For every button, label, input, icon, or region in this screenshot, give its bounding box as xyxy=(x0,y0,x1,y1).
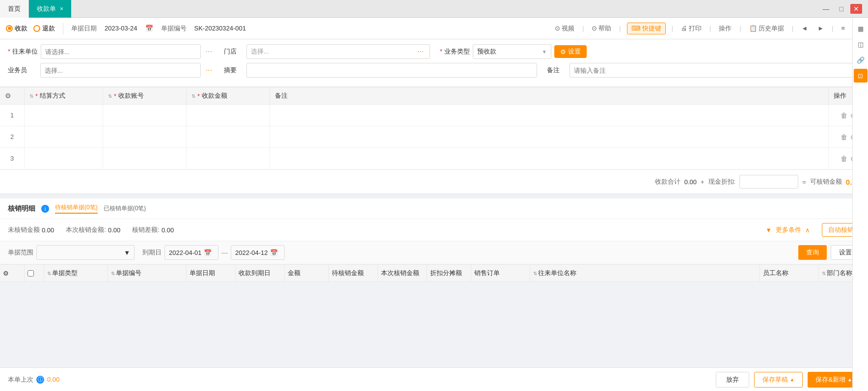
counterparty-more-btn[interactable]: ··· xyxy=(204,47,214,56)
nav-next-btn[interactable]: ► xyxy=(815,24,826,33)
divider-1 xyxy=(63,23,63,34)
bottom-table-header: ⚙ ⇅ 单据类型 ⇅ 单据编号 单据日期 收款到期日 金额 待核销金额 本次核销… xyxy=(0,264,868,282)
tab-pending[interactable]: 待核销单据(0笔) xyxy=(55,203,98,214)
counterparty-field: * 往来单位 ··· xyxy=(8,44,214,59)
video-btn[interactable]: ⊙ 视频 xyxy=(553,23,576,34)
operation-btn[interactable]: 操作 xyxy=(717,23,733,34)
row-2-amount[interactable] xyxy=(187,126,270,147)
top-toolbar: 收款 退款 单据日期 2023-03-24 📅 单据编号 SK-20230324… xyxy=(0,18,868,39)
radio-refund[interactable]: 退款 xyxy=(33,24,55,33)
date-value: 2023-03-24 xyxy=(105,25,137,32)
delete-icon-1[interactable]: 🗑 xyxy=(841,112,847,119)
table-row: 2 🗑 ⊕ xyxy=(0,126,868,148)
footer-label: 本单上次 xyxy=(8,375,33,384)
salesperson-field: 业务员 ··· xyxy=(8,63,214,78)
maximize-button[interactable]: □ xyxy=(837,4,846,14)
bth-date: 单据日期 xyxy=(187,265,236,281)
note-input[interactable] xyxy=(570,63,860,78)
sidebar-icon-3[interactable]: 🔗 xyxy=(854,53,868,67)
save-draft-btn[interactable]: 保存草稿 ▲ xyxy=(754,372,803,388)
summary-input[interactable] xyxy=(246,63,537,78)
row-3-amount[interactable] xyxy=(187,148,270,169)
chevron-up-icon: ∧ xyxy=(805,226,810,234)
chevron-up-icon-2: ▲ xyxy=(847,377,852,382)
salesperson-more-btn[interactable]: ··· xyxy=(204,66,214,75)
row-2-settlement[interactable] xyxy=(25,126,103,147)
footer-info-icon[interactable]: ⓘ xyxy=(36,376,44,384)
salesperson-input[interactable] xyxy=(40,63,201,78)
range-select[interactable]: ▼ xyxy=(36,245,135,260)
tab-active-label: 收款单 xyxy=(37,4,56,13)
minimize-button[interactable]: — xyxy=(820,4,833,14)
form-settings-btn[interactable]: ⚙ 设置 xyxy=(554,45,587,58)
sidebar-icon-1[interactable]: ▦ xyxy=(854,22,868,35)
range-field: 单据范围 ▼ xyxy=(8,245,135,260)
discount-input[interactable] xyxy=(739,175,798,189)
row-3-account[interactable] xyxy=(103,148,187,169)
calendar-icon-1: 📅 xyxy=(204,249,212,256)
current-stat: 本次核销金额: 0.00 xyxy=(66,225,120,234)
layout-btn[interactable]: ≡ xyxy=(839,24,847,33)
number-value: SK-20230324-001 xyxy=(194,25,246,32)
abandon-btn[interactable]: 放弃 xyxy=(716,372,749,388)
sidebar-icon-4[interactable]: ⊡ xyxy=(854,69,868,83)
calendar-icon-2: 📅 xyxy=(270,249,278,256)
unverified-label: 未核销金额 xyxy=(8,225,40,234)
business-type-field: * 业务类型 预收款 ▼ ⚙ 设置 xyxy=(440,44,587,59)
query-btn[interactable]: 查询 xyxy=(798,245,827,260)
bth-employee: 员工名称 xyxy=(760,265,819,281)
history-icon: 📋 xyxy=(749,25,757,32)
select-all-checkbox[interactable] xyxy=(27,270,34,277)
salesperson-label: 业务员 xyxy=(8,66,37,75)
bth-gear[interactable]: ⚙ xyxy=(0,265,25,281)
radio-receive[interactable]: 收款 xyxy=(6,24,27,33)
help-btn[interactable]: ⊙ 帮助 xyxy=(590,23,613,34)
print-btn[interactable]: 🖨 打印 xyxy=(679,23,704,34)
row-3-settlement[interactable] xyxy=(25,148,103,169)
tab-close-icon[interactable]: × xyxy=(60,5,63,12)
row-2-note[interactable] xyxy=(270,126,829,147)
footer-actions: 放弃 保存草稿 ▲ 保存&新增 ▲ xyxy=(716,372,860,388)
tab-home[interactable]: 首页 xyxy=(0,0,29,18)
business-type-label: * 业务类型 xyxy=(440,47,470,56)
date-to-input[interactable]: 2022-04-12 📅 xyxy=(231,245,285,260)
delete-icon-3[interactable]: 🗑 xyxy=(841,155,847,163)
counterparty-label: * 往来单位 xyxy=(8,47,38,56)
row-num-1: 1 xyxy=(0,105,25,126)
writeoff-info-icon[interactable]: i xyxy=(41,205,49,213)
th-settlement: ⇅ * 结算方式 xyxy=(25,87,103,104)
footer-info: 本单上次 ⓘ 0.00 xyxy=(8,375,59,384)
tab-done[interactable]: 已核销单据(0笔) xyxy=(104,204,146,213)
writeoff-section: 核销明细 i 待核销单据(0笔) 已核销单据(0笔) 未核销金额 0.00 本次… xyxy=(0,198,868,282)
tab-active[interactable]: 收款单 × xyxy=(29,0,71,18)
more-conditions-btn[interactable]: ▼ 更多条件 ∧ xyxy=(765,225,810,234)
close-button[interactable]: ✕ xyxy=(850,4,862,14)
gear-icon: ⚙ xyxy=(560,48,566,56)
row-2-account[interactable] xyxy=(103,126,187,147)
row-1-account[interactable] xyxy=(103,105,187,126)
verifiable-label: 可核销金额 xyxy=(810,177,842,186)
row-1-note[interactable] xyxy=(270,105,829,126)
th-gear[interactable]: ⚙ xyxy=(0,87,25,104)
row-1-amount[interactable] xyxy=(187,105,270,126)
bth-check[interactable] xyxy=(25,265,44,281)
history-btn[interactable]: 📋 历史单据 xyxy=(747,23,786,34)
radio-receive-label: 收款 xyxy=(15,24,27,33)
row-1-settlement[interactable] xyxy=(25,105,103,126)
filter-actions: 查询 设置 xyxy=(798,245,860,260)
range-label: 单据范围 xyxy=(8,248,33,257)
store-select[interactable]: 选择... ··· xyxy=(246,44,430,59)
store-more-btn[interactable]: ··· xyxy=(415,47,426,56)
counterparty-input[interactable] xyxy=(41,44,201,59)
business-type-select[interactable]: 预收款 ▼ xyxy=(473,44,551,59)
row-3-note[interactable] xyxy=(270,148,829,169)
date-from-input[interactable]: 2022-04-01 📅 xyxy=(164,245,218,260)
row-num-3: 3 xyxy=(0,148,25,169)
nav-prev-btn[interactable]: ◄ xyxy=(799,24,810,33)
sidebar-icon-2[interactable]: ◫ xyxy=(854,37,868,51)
store-label: 门店 xyxy=(224,47,244,56)
calendar-icon[interactable]: 📅 xyxy=(145,25,153,32)
shortcut-btn[interactable]: ⌨ 快捷键 xyxy=(627,23,666,34)
writeoff-title: 核销明细 xyxy=(8,204,35,213)
delete-icon-2[interactable]: 🗑 xyxy=(841,133,847,141)
